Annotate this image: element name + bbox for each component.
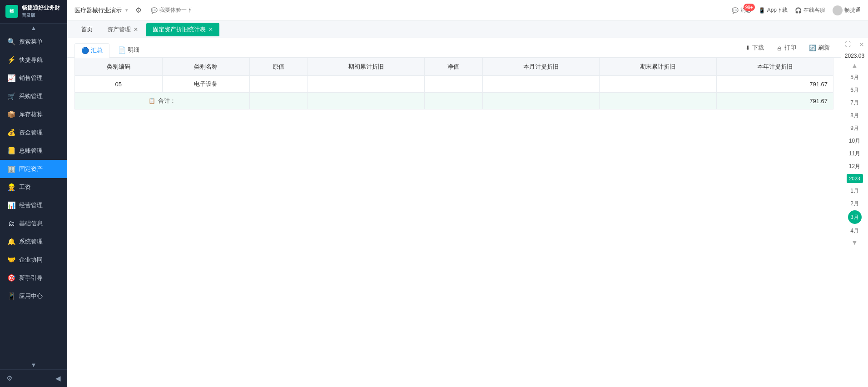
tab-depreciation-table[interactable]: 固定资产折旧统计表 ✕ — [146, 23, 219, 36]
print-button[interactable]: 🖨 打印 — [773, 42, 800, 54]
print-icon: 🖨 — [777, 45, 783, 51]
download-button[interactable]: ⬇ 下载 — [742, 42, 768, 54]
date-panel: ✕ ⛶ 2023.03 ▲ 5月 6月 7月 8月 9月 10月 11月 12月… — [841, 38, 868, 387]
sidebar-item-operations[interactable]: 📊 经营管理 — [0, 196, 67, 214]
sidebar-item-sales[interactable]: 📈 销售管理 — [0, 69, 67, 87]
col-header-net: 净值 — [425, 58, 483, 76]
sidebar-scroll-up[interactable]: ▲ — [0, 24, 67, 33]
company-dropdown-icon[interactable]: ▾ — [125, 7, 128, 13]
sidebar-item-quick-nav[interactable]: ⚡ 快捷导航 — [0, 51, 67, 69]
guide-icon: 🎯 — [7, 274, 15, 282]
sales-icon: 📈 — [7, 74, 15, 82]
tab-asset-mgmt-close[interactable]: ✕ — [134, 26, 138, 33]
summary-icon: 🔵 — [81, 47, 89, 54]
online-service-button[interactable]: 🎧 在线客服 — [795, 6, 825, 14]
row-original — [250, 76, 308, 93]
sidebar-item-sales-label: 销售管理 — [19, 74, 43, 82]
sidebar-item-fixed-assets-label: 固定资产 — [19, 165, 43, 173]
sidebar-item-search-label: 搜索菜单 — [19, 38, 43, 46]
footer-collapse-icon[interactable]: ◀ — [55, 374, 61, 382]
sidebar-item-enterprise-label: 企业协同 — [19, 256, 43, 264]
row-name: 电子设备 — [162, 76, 250, 93]
user-info[interactable]: 畅捷通 — [833, 5, 861, 15]
basic-info-icon: 🗂 — [7, 219, 15, 227]
tabs-bar: 首页 资产管理 ✕ 固定资产折旧统计表 ✕ — [67, 21, 868, 38]
total-net — [425, 93, 483, 109]
purchase-icon: 🛒 — [7, 92, 15, 100]
payroll-icon: 👷 — [7, 183, 15, 191]
tab-depreciation-close[interactable]: ✕ — [208, 26, 213, 33]
date-month-1[interactable]: 1月 — [845, 185, 865, 197]
sub-tab-detail[interactable]: 📄 明细 — [111, 43, 146, 57]
col-header-name: 类别名称 — [162, 58, 250, 76]
messages-button[interactable]: 💬 消息 99+ — [732, 6, 751, 14]
tab-asset-mgmt[interactable]: 资产管理 ✕ — [101, 23, 144, 36]
total-row: 📋 合计： 791.67 — [75, 93, 833, 109]
sidebar-item-enterprise[interactable]: 🤝 企业协同 — [0, 251, 67, 269]
col-header-period-end-accum: 期末累计折旧 — [600, 58, 717, 76]
messages-icon: 💬 — [732, 7, 739, 14]
sidebar-item-payroll-label: 工资 — [19, 183, 31, 191]
sidebar-item-search[interactable]: 🔍 搜索菜单 — [0, 33, 67, 51]
refresh-button[interactable]: 🔄 刷新 — [805, 42, 833, 54]
tab-home[interactable]: 首页 — [74, 23, 99, 36]
date-panel-expand-icon[interactable]: ⛶ — [845, 41, 851, 48]
date-month-9[interactable]: 9月 — [845, 122, 865, 134]
sidebar-item-inventory-label: 库存核算 — [19, 110, 43, 119]
topbar-right: 💬 消息 99+ 📱 App下载 🎧 在线客服 畅捷通 — [732, 5, 861, 15]
sidebar-scroll-down[interactable]: ▼ — [0, 360, 67, 369]
sidebar-item-guide[interactable]: 🎯 新手引导 — [0, 269, 67, 287]
sub-tab-summary[interactable]: 🔵 汇总 — [74, 43, 109, 58]
experience-button[interactable]: 💬 我要体验一下 — [151, 6, 192, 14]
ledger-icon: 📒 — [7, 147, 15, 155]
sub-tab-detail-label: 明细 — [128, 46, 139, 54]
row-annual: 791.67 — [716, 76, 833, 93]
quick-nav-icon: ⚡ — [7, 56, 15, 64]
footer-settings-icon[interactable]: ⚙ — [6, 374, 12, 382]
date-month-5[interactable]: 5月 — [845, 71, 865, 83]
sidebar-item-inventory[interactable]: 📦 库存核算 — [0, 105, 67, 124]
system-icon: 🔔 — [7, 238, 15, 246]
date-month-6[interactable]: 6月 — [845, 84, 865, 96]
sidebar-item-funds[interactable]: 💰 资金管理 — [0, 124, 67, 142]
sidebar-item-purchase[interactable]: 🛒 采购管理 — [0, 87, 67, 105]
total-period-end-accum — [600, 93, 717, 109]
date-month-7[interactable]: 7月 — [845, 97, 865, 109]
date-month-10[interactable]: 10月 — [845, 135, 865, 147]
date-month-2[interactable]: 2月 — [845, 198, 865, 209]
sidebar-item-ledger-label: 总账管理 — [19, 147, 43, 155]
sidebar-item-fixed-assets[interactable]: 🏢 固定资产 — [0, 160, 67, 178]
col-header-initial-accum: 期初累计折旧 — [308, 58, 425, 76]
date-month-8[interactable]: 8月 — [845, 109, 865, 121]
sidebar: 畅 畅捷通好业务财 普及版 ▲ 🔍 搜索菜单 ⚡ 快捷导航 📈 销售管理 🛒 采… — [0, 0, 67, 387]
date-panel-close-icon[interactable]: ✕ — [859, 41, 864, 48]
date-month-4[interactable]: 4月 — [845, 225, 865, 237]
col-header-annual: 本年计提折旧 — [716, 58, 833, 76]
search-icon: 🔍 — [7, 38, 15, 46]
date-month-12[interactable]: 12月 — [845, 160, 865, 172]
sidebar-item-ledger[interactable]: 📒 总账管理 — [0, 142, 67, 160]
sidebar-item-system[interactable]: 🔔 系统管理 — [0, 233, 67, 251]
sidebar-item-app-center[interactable]: 📱 应用中心 — [0, 287, 67, 305]
date-prev-nav[interactable]: ▲ — [850, 60, 860, 71]
content-main: 🔵 汇总 📄 明细 ⬇ 下载 🖨 打印 — [67, 38, 841, 387]
row-period-end-accum — [600, 76, 717, 93]
app-download-button[interactable]: 📱 App下载 — [759, 6, 788, 14]
table-wrap: 类别编码 类别名称 原值 期初累计折旧 净值 本月计提折旧 期末累计折旧 本年计… — [67, 58, 841, 387]
sidebar-item-basic-info[interactable]: 🗂 基础信息 — [0, 214, 67, 233]
total-monthly — [482, 93, 600, 109]
row-net — [425, 76, 483, 93]
tab-asset-mgmt-label: 资产管理 — [107, 25, 131, 34]
topbar-settings-icon[interactable]: ⚙ — [135, 6, 142, 15]
date-month-3-current[interactable]: 3月 — [848, 210, 862, 224]
sidebar-item-payroll[interactable]: 👷 工资 — [0, 178, 67, 196]
sidebar-item-funds-label: 资金管理 — [19, 129, 43, 137]
app-icon: 畅 — [5, 5, 18, 18]
download-label: 下载 — [752, 44, 764, 52]
topbar: 医疗器械行业演示 ▾ ⚙ 💬 我要体验一下 💬 消息 99+ 📱 App下载 🎧… — [67, 0, 868, 21]
date-month-11[interactable]: 11月 — [845, 148, 865, 159]
date-next-nav[interactable]: ▼ — [850, 237, 860, 248]
inventory-icon: 📦 — [7, 110, 15, 119]
enterprise-icon: 🤝 — [7, 256, 15, 264]
total-initial-accum — [308, 93, 425, 109]
